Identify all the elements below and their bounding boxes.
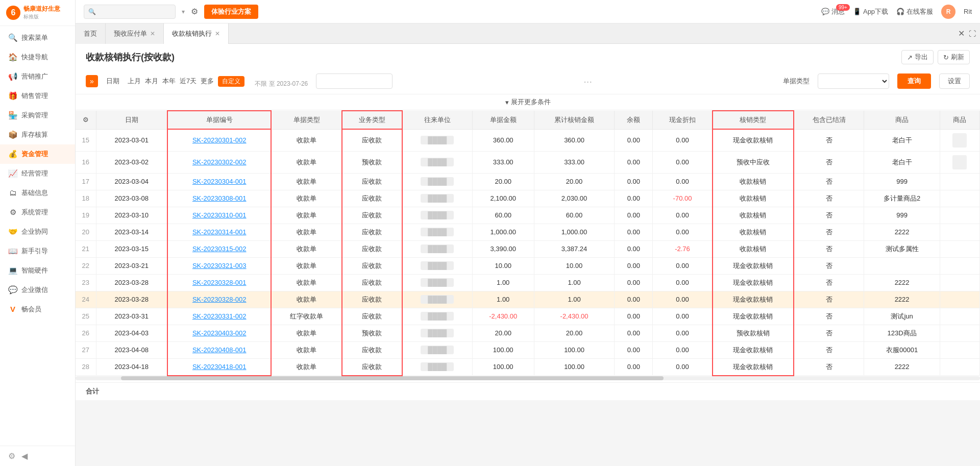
row-order-no[interactable]: SK-20230310-001 [167, 207, 271, 224]
solution-button[interactable]: 体验行业方案 [204, 5, 258, 19]
settings-button[interactable]: 设置 [939, 73, 970, 89]
row-biz-type: 应收款 [342, 341, 402, 358]
row-partner: ████ [402, 129, 473, 151]
row-order-no[interactable]: SK-20230301-002 [167, 129, 271, 151]
sidebar-item-inventory[interactable]: 📦 库存核算 [0, 125, 75, 144]
row-order-no[interactable]: SK-20230302-002 [167, 151, 271, 173]
horizontal-scrollbar[interactable] [76, 376, 980, 380]
sidebar-item-sales[interactable]: 🎁 销售管理 [0, 86, 75, 106]
row-order-no[interactable]: SK-20230328-002 [167, 291, 271, 308]
row-order-no[interactable]: SK-20230418-001 [167, 358, 271, 376]
row-order-no[interactable]: SK-20230408-001 [167, 341, 271, 358]
row-biz-type: 应收款 [342, 257, 402, 274]
tab-prepay-close-icon[interactable]: ✕ [150, 30, 155, 37]
topbar-search[interactable]: 🔍 [84, 5, 176, 19]
row-order-no[interactable]: SK-20230314-001 [167, 224, 271, 240]
sidebar-item-purchase[interactable]: 🏪 采购管理 [0, 106, 75, 125]
table-row[interactable]: 28 2023-04-18 SK-20230418-001 收款单 应收款 ██… [76, 358, 980, 376]
tab-verify[interactable]: 收款核销执行 ✕ [164, 23, 229, 44]
table-row[interactable]: 19 2023-03-10 SK-20230310-001 收款单 应收款 ██… [76, 207, 980, 224]
date-7days-btn[interactable]: 近7天 [180, 77, 197, 86]
tab-prepay[interactable]: 预收应付单 ✕ [106, 23, 164, 44]
username[interactable]: Rit [964, 8, 972, 15]
row-order-type: 收款单 [271, 291, 342, 308]
sidebar-item-guide[interactable]: 📖 新手引导 [0, 241, 75, 261]
row-product-img [940, 308, 979, 325]
table-row[interactable]: 25 2023-03-31 SK-20230331-002 红字收款单 应收款 … [76, 308, 980, 325]
app-download-button[interactable]: 📱 App下载 [853, 7, 888, 16]
sidebar-item-search[interactable]: 🔍 搜索菜单 [0, 28, 75, 47]
row-order-no[interactable]: SK-20230328-001 [167, 274, 271, 291]
sidebar-item-hardware[interactable]: 💻 智能硬件 [0, 261, 75, 280]
sidebar-item-system[interactable]: ⚙ 系统管理 [0, 203, 75, 222]
sidebar-item-quicknav[interactable]: 🏠 快捷导航 [0, 47, 75, 67]
sidebar-item-marketing[interactable]: 📢 营销推广 [0, 67, 75, 86]
row-verify-type: 收款核销 [713, 190, 794, 207]
row-order-no[interactable]: SK-20230321-003 [167, 257, 271, 274]
date-more-btn[interactable]: 更多 [201, 77, 214, 86]
date-this-year-btn[interactable]: 本年 [162, 77, 176, 86]
date-custom-btn[interactable]: 自定义 [218, 76, 244, 87]
export-button[interactable]: ↗ 导出 [901, 50, 934, 64]
filter-expand-button[interactable]: » [86, 75, 98, 87]
table-footer: 合计 [76, 382, 980, 400]
table-row[interactable]: 27 2023-04-08 SK-20230408-001 收款单 应收款 ██… [76, 341, 980, 358]
row-order-no[interactable]: SK-20230403-002 [167, 325, 271, 341]
date-last-month-btn[interactable]: 上月 [128, 77, 141, 86]
sidebar-item-operation[interactable]: 📈 经营管理 [0, 164, 75, 183]
row-verify-type: 收款核销 [713, 173, 794, 190]
tabs-close-all-icon[interactable]: ✕ [958, 29, 965, 38]
sidebar-item-label: 企业微信 [21, 285, 48, 295]
message-button[interactable]: 💬 消息 99+ [821, 7, 845, 16]
partner-input[interactable] [316, 73, 393, 89]
row-order-no[interactable]: SK-20230331-002 [167, 308, 271, 325]
collapse-icon[interactable]: ◀ [21, 451, 28, 461]
table-row[interactable]: 20 2023-03-14 SK-20230314-001 收款单 应收款 ██… [76, 224, 980, 240]
wechat-icon: 💬 [8, 285, 17, 295]
table-row[interactable]: 17 2023-03-04 SK-20230304-001 收款单 应收款 ██… [76, 173, 980, 190]
row-order-no[interactable]: SK-20230304-001 [167, 173, 271, 190]
table-row[interactable]: 22 2023-03-21 SK-20230321-003 收款单 应收款 ██… [76, 257, 980, 274]
row-include-settled: 否 [794, 190, 864, 207]
expand-more-button[interactable]: ▾ 展开更多条件 [505, 97, 551, 107]
row-product: 999 [864, 173, 940, 190]
query-button[interactable]: 查询 [897, 73, 931, 89]
main-area: 🔍 ▾ ⚙ 体验行业方案 💬 消息 99+ 📱 App下载 🎧 在线客服 [76, 0, 980, 466]
export-label: 导出 [915, 53, 928, 62]
tabs-fullscreen-icon[interactable]: ⛶ [969, 30, 976, 38]
col-header-gear[interactable]: ⚙ [76, 111, 96, 129]
row-order-no[interactable]: SK-20230308-001 [167, 190, 271, 207]
sidebar-item-basic-info[interactable]: 🗂 基础信息 [0, 183, 75, 203]
col-header-amount: 单据金额 [472, 111, 534, 129]
refresh-icon: ↻ [943, 54, 949, 61]
row-partner: ████ [402, 224, 473, 240]
avatar[interactable]: R [941, 5, 955, 19]
table-row[interactable]: 21 2023-03-15 SK-20230315-002 收款单 应收款 ██… [76, 240, 980, 257]
sidebar-item-wechat[interactable]: 💬 企业微信 [0, 280, 75, 300]
row-product-img [940, 274, 979, 291]
topbar-gear-icon[interactable]: ⚙ [191, 7, 198, 16]
sidebar-item-member[interactable]: V 畅会员 [0, 300, 75, 319]
hardware-icon: 💻 [8, 266, 17, 275]
tab-home[interactable]: 首页 [76, 23, 106, 44]
refresh-button[interactable]: ↻ 刷新 [938, 50, 970, 64]
table-row[interactable]: 18 2023-03-08 SK-20230308-001 收款单 应收款 ██… [76, 190, 980, 207]
table-row[interactable]: 16 2023-03-02 SK-20230302-002 收款单 预收款 ██… [76, 151, 980, 173]
sidebar-item-enterprise[interactable]: 🤝 企业协同 [0, 222, 75, 241]
row-cash-discount: 0.00 [653, 308, 713, 325]
topbar-chevron-icon[interactable]: ▾ [182, 8, 185, 15]
table-row[interactable]: 24 2023-03-28 SK-20230328-002 收款单 应收款 ██… [76, 291, 980, 308]
scrollbar-thumb[interactable] [121, 376, 664, 380]
row-order-no[interactable]: SK-20230315-002 [167, 240, 271, 257]
operation-icon: 📈 [8, 169, 17, 178]
date-this-month-btn[interactable]: 本月 [145, 77, 158, 86]
tab-verify-close-icon[interactable]: ✕ [215, 30, 220, 37]
sidebar-item-finance[interactable]: 💰 资金管理 [0, 144, 75, 164]
receipt-type-select[interactable] [818, 73, 889, 89]
table-row[interactable]: 23 2023-03-28 SK-20230328-001 收款单 应收款 ██… [76, 274, 980, 291]
row-num: 22 [76, 257, 96, 274]
settings-bottom-icon[interactable]: ⚙ [8, 451, 15, 461]
service-button[interactable]: 🎧 在线客服 [896, 7, 933, 16]
table-row[interactable]: 15 2023-03-01 SK-20230301-002 收款单 应收款 ██… [76, 129, 980, 151]
table-row[interactable]: 26 2023-04-03 SK-20230403-002 收款单 预收款 ██… [76, 325, 980, 341]
